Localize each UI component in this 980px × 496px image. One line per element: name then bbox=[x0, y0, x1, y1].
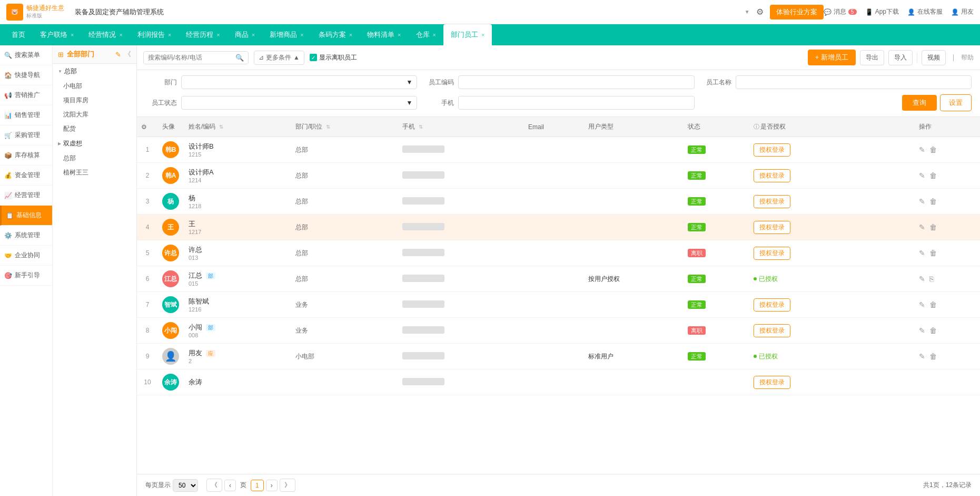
auth-btn-5[interactable]: 授权登录 bbox=[754, 247, 790, 260]
settings-icon[interactable]: ⚙ bbox=[756, 7, 764, 17]
nav-marketing[interactable]: 📢 营销推广 bbox=[0, 85, 52, 105]
query-button[interactable]: 查询 bbox=[902, 95, 937, 111]
edit-icon-6[interactable]: ✎ bbox=[919, 275, 925, 283]
edit-icon-4[interactable]: ✎ bbox=[919, 223, 925, 231]
nav-shortcuts-label: 快捷导航 bbox=[15, 71, 40, 80]
app-download-button[interactable]: 📱 App下载 bbox=[865, 7, 899, 16]
edit-icon-8[interactable]: ✎ bbox=[919, 326, 925, 335]
tab-bom[interactable]: 物料清单× bbox=[360, 24, 408, 45]
nav-system[interactable]: ⚙️ 系统管理 bbox=[0, 226, 52, 246]
nav-finance[interactable]: 💰 资金管理 bbox=[0, 166, 52, 186]
tab-profit[interactable]: 利润报告× bbox=[130, 24, 179, 45]
auth-btn-10[interactable]: 授权登录 bbox=[754, 376, 790, 389]
trial-button[interactable]: 体验行业方案 bbox=[770, 5, 824, 20]
copy-icon-6[interactable]: ⎘ bbox=[929, 275, 934, 283]
video-button[interactable]: 视频 bbox=[922, 50, 946, 65]
tab-operation[interactable]: 经营情况× bbox=[81, 24, 130, 45]
help-label[interactable]: 帮助 bbox=[961, 53, 974, 62]
col-name-code[interactable]: 姓名/编码 ⇅ bbox=[184, 117, 291, 137]
col-settings[interactable]: ⚙ bbox=[137, 117, 158, 137]
message-button[interactable]: 💬 消息 5 bbox=[824, 7, 857, 16]
delete-icon-2[interactable]: 🗑 bbox=[929, 171, 937, 180]
edit-icon-1[interactable]: ✎ bbox=[919, 145, 925, 154]
emp-status-select[interactable]: ▼ bbox=[181, 96, 417, 110]
auth-btn-8[interactable]: 授权登录 bbox=[754, 324, 790, 337]
nav-inventory[interactable]: 📦 库存核算 bbox=[0, 145, 52, 166]
delete-icon-9[interactable]: 🗑 bbox=[929, 352, 937, 361]
export-button[interactable]: 导出 bbox=[860, 50, 884, 65]
tab-journey[interactable]: 经营历程× bbox=[179, 24, 227, 45]
emp-code-input[interactable] bbox=[458, 75, 694, 89]
purchase-icon: 🛒 bbox=[4, 132, 12, 139]
dept-child-project[interactable]: 项目库房 bbox=[53, 93, 136, 108]
per-page-select[interactable]: 50 bbox=[173, 479, 198, 492]
online-service-button[interactable]: 👤 在线客服 bbox=[907, 7, 943, 16]
dept-filter-select[interactable]: ▼ bbox=[181, 75, 417, 89]
emp-name-input[interactable] bbox=[736, 75, 972, 89]
edit-icon-7[interactable]: ✎ bbox=[919, 300, 925, 309]
next-page-btn[interactable]: › bbox=[266, 480, 278, 491]
tab-barcode[interactable]: 条码方案× bbox=[311, 24, 360, 45]
col-phone[interactable]: 手机 ⇅ bbox=[398, 117, 524, 137]
email-cell-8 bbox=[524, 318, 584, 344]
auth-btn-4[interactable]: 授权登录 bbox=[754, 221, 790, 234]
first-page-btn[interactable]: 《 bbox=[206, 479, 222, 492]
dept-child-xiaodibu[interactable]: 小电部 bbox=[53, 79, 136, 93]
delete-icon-7[interactable]: 🗑 bbox=[929, 300, 937, 309]
more-filter-btn[interactable]: ⊿ 更多条件 ▲ bbox=[254, 51, 304, 65]
tab-add-goods[interactable]: 新增商品× bbox=[262, 24, 311, 45]
user-button[interactable]: 👤 用友 bbox=[951, 7, 974, 16]
delete-icon-8[interactable]: 🗑 bbox=[929, 326, 937, 335]
tab-warehouse[interactable]: 仓库× bbox=[409, 24, 443, 45]
prev-page-btn[interactable]: ‹ bbox=[224, 480, 236, 491]
edit-icon-3[interactable]: ✎ bbox=[919, 197, 925, 206]
delete-icon-1[interactable]: 🗑 bbox=[929, 145, 937, 154]
avatar-6: 江总 bbox=[162, 270, 179, 287]
last-page-btn[interactable]: 》 bbox=[280, 479, 295, 492]
tab-dept-staff[interactable]: 部门员工× bbox=[443, 24, 492, 45]
nav-shortcuts[interactable]: 🏠 快捷导航 bbox=[0, 65, 52, 85]
dept-edit-icon[interactable]: ✎ bbox=[115, 51, 121, 59]
auth-btn-7[interactable]: 授权登录 bbox=[754, 298, 790, 312]
add-employee-button[interactable]: + 新增员工 bbox=[808, 50, 856, 65]
current-page[interactable]: 1 bbox=[251, 480, 264, 491]
dept-child-zongbu[interactable]: 总部 bbox=[53, 151, 136, 166]
nav-collab[interactable]: 🤝 企业协同 bbox=[0, 246, 52, 266]
search-input[interactable] bbox=[148, 54, 232, 61]
dept-tree-shuangxu[interactable]: ▶ 双虚想 bbox=[53, 136, 136, 151]
phone-input[interactable] bbox=[458, 96, 694, 110]
edit-icon-9[interactable]: ✎ bbox=[919, 352, 925, 361]
nav-purchase[interactable]: 🛒 采购管理 bbox=[0, 125, 52, 145]
system-nav-icon: ⚙️ bbox=[4, 232, 12, 239]
delete-icon-4[interactable]: 🗑 bbox=[929, 223, 937, 231]
auth-btn-1[interactable]: 授权登录 bbox=[754, 143, 790, 157]
help-icon[interactable]: ｜ bbox=[950, 53, 957, 62]
dept-collapse-icon[interactable]: 《 bbox=[124, 50, 131, 59]
dept-tree-root[interactable]: ▼ 总部 bbox=[53, 64, 136, 79]
delete-icon-3[interactable]: 🗑 bbox=[929, 197, 937, 206]
tab-home[interactable]: 首页 bbox=[4, 24, 33, 45]
show-resigned-checkbox[interactable]: ✓ bbox=[310, 54, 317, 61]
edit-icon-5[interactable]: ✎ bbox=[919, 249, 925, 257]
dept-title[interactable]: 全部部门 bbox=[67, 50, 112, 59]
auth-btn-3[interactable]: 授权登录 bbox=[754, 195, 790, 208]
auth-btn-2[interactable]: 授权登录 bbox=[754, 169, 790, 182]
system-dropdown-arrow[interactable]: ▼ bbox=[745, 9, 750, 15]
tab-goods[interactable]: 商品× bbox=[227, 24, 262, 45]
nav-sales[interactable]: 📊 销售管理 bbox=[0, 105, 52, 125]
nav-basic-info[interactable]: 📋 基础信息 bbox=[0, 206, 52, 226]
email-cell-2 bbox=[524, 163, 584, 189]
dept-child-shenyang[interactable]: 沈阳大库 bbox=[53, 108, 136, 122]
import-button[interactable]: 导入 bbox=[888, 50, 913, 65]
extra-cell-6 bbox=[862, 266, 915, 292]
edit-icon-2[interactable]: ✎ bbox=[919, 171, 925, 180]
nav-business[interactable]: 📈 经营管理 bbox=[0, 186, 52, 206]
col-dept-pos[interactable]: 部门/职位 ⇅ bbox=[291, 117, 398, 137]
nav-search[interactable]: 🔍 搜索菜单 bbox=[0, 45, 52, 65]
delete-icon-5[interactable]: 🗑 bbox=[929, 249, 937, 257]
filter-settings-button[interactable]: 设置 bbox=[940, 94, 972, 111]
dept-child-zhishu[interactable]: 植树王三 bbox=[53, 166, 136, 180]
dept-child-peihuo[interactable]: 配货 bbox=[53, 122, 136, 136]
tab-customer[interactable]: 客户联络× bbox=[33, 24, 81, 45]
nav-guide[interactable]: 🎯 新手引导 bbox=[0, 266, 52, 286]
